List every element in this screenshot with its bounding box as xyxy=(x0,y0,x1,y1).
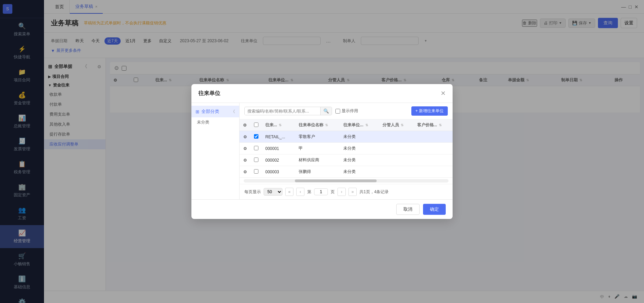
row-checkbox[interactable] xyxy=(254,158,258,162)
per-page-label: 每页显示 xyxy=(244,189,261,195)
row-name: 零散客户 xyxy=(295,131,340,143)
row-category: 未分类 xyxy=(340,166,379,178)
modal-close-btn[interactable]: ✕ xyxy=(441,90,446,97)
modal-pagination: 每页显示 50 100 200 « ‹ 第 页 › » 共1页，4条记录 xyxy=(240,184,453,199)
row-price-level xyxy=(414,166,453,178)
row-code: 000001 xyxy=(262,143,295,154)
page-first-btn[interactable]: « xyxy=(285,188,293,196)
modal-table: ⚙ 往来... ⇅ 往来单位名称 ⇅ 往来单位... ⇅ 分管人员 ⇅ 客户价格… xyxy=(240,119,453,178)
modal-title: 往来单位 xyxy=(198,90,220,97)
modal-table-row[interactable]: ⚙ 000003 张鹏得 未分类 xyxy=(240,166,453,178)
modal-main: 🔍 显示停用 + 新增往来单位 ⚙ xyxy=(240,103,453,199)
modal-search-box: 🔍 xyxy=(244,107,332,115)
modal-table-row[interactable]: ⚙ 000001 甲 未分类 xyxy=(240,143,453,154)
modal-th-code: 往来... ⇅ xyxy=(262,119,295,131)
modal-sort-5: ⇅ xyxy=(439,123,442,127)
modal-search-icon[interactable]: 🔍 xyxy=(320,107,332,115)
row-check[interactable] xyxy=(251,154,262,166)
modal-toolbar: 🔍 显示停用 + 新增往来单位 xyxy=(240,103,453,119)
row-code: 000002 xyxy=(262,154,295,166)
modal-scrollbar[interactable] xyxy=(244,179,448,183)
row-price-level xyxy=(414,131,453,143)
cancel-button[interactable]: 取消 xyxy=(396,204,420,215)
page-next-btn[interactable]: › xyxy=(337,188,346,196)
row-name: 材料供应商 xyxy=(295,154,340,166)
total-info: 共1页，4条记录 xyxy=(359,189,389,195)
row-check[interactable] xyxy=(251,131,262,143)
modal-sidebar-all[interactable]: ⊞ 全部分类 《 xyxy=(191,106,239,117)
page-number-input[interactable] xyxy=(314,188,328,195)
show-disabled-label[interactable]: 显示停用 xyxy=(335,108,358,114)
modal-sidebar-grid-icon: ⊞ xyxy=(196,109,199,114)
modal-sort-1: ⇅ xyxy=(279,123,281,127)
modal-sidebar: ⊞ 全部分类 《 未分类 xyxy=(191,103,240,199)
modal-th-settings: ⚙ xyxy=(240,119,251,131)
modal-header: 往来单位 ✕ xyxy=(191,84,453,103)
modal-scrollbar-thumb xyxy=(295,179,377,182)
row-name: 张鹏得 xyxy=(295,166,340,178)
row-manager xyxy=(379,154,414,166)
row-check[interactable] xyxy=(251,166,262,178)
row-gear[interactable]: ⚙ xyxy=(240,154,251,166)
row-gear[interactable]: ⚙ xyxy=(240,131,251,143)
add-partner-button[interactable]: + 新增往来单位 xyxy=(411,106,448,116)
row-manager xyxy=(379,166,414,178)
row-check[interactable] xyxy=(251,143,262,154)
page-suffix: 页 xyxy=(331,189,335,195)
row-manager xyxy=(379,143,414,154)
row-checkbox[interactable] xyxy=(254,146,258,150)
modal-sidebar-collapse-icon[interactable]: 《 xyxy=(231,109,235,115)
row-price-level xyxy=(414,143,453,154)
modal-table-row[interactable]: ⚙ RETAIL_... 零散客户 未分类 xyxy=(240,131,453,143)
row-manager xyxy=(379,131,414,143)
partner-modal: 往来单位 ✕ ⊞ 全部分类 《 未分类 🔍 xyxy=(191,84,453,219)
show-disabled-checkbox[interactable] xyxy=(335,109,340,114)
row-name: 甲 xyxy=(295,143,340,154)
modal-th-check xyxy=(251,119,262,131)
modal-th-name: 往来单位名称 ⇅ xyxy=(295,119,340,131)
modal-search-input[interactable] xyxy=(245,107,320,115)
row-category: 未分类 xyxy=(340,154,379,166)
row-checkbox[interactable] xyxy=(254,169,258,174)
confirm-button[interactable]: 确定 xyxy=(423,204,446,215)
modal-th-price: 客户价格... ⇅ xyxy=(414,119,453,131)
row-code: 000003 xyxy=(262,166,295,178)
page-prev-btn[interactable]: ‹ xyxy=(296,188,304,196)
modal-footer: 取消 确定 xyxy=(191,199,453,219)
row-gear[interactable]: ⚙ xyxy=(240,143,251,154)
page-label: 第 xyxy=(307,189,311,195)
modal-th-cat: 往来单位... ⇅ xyxy=(340,119,379,131)
row-category: 未分类 xyxy=(340,131,379,143)
modal-sidebar-unclassified[interactable]: 未分类 xyxy=(191,117,239,127)
per-page-select[interactable]: 50 100 200 xyxy=(264,188,282,196)
row-code: RETAIL_... xyxy=(262,131,295,143)
modal-sort-4: ⇅ xyxy=(401,123,403,127)
modal-table-row[interactable]: ⚙ 000002 材料供应商 未分类 xyxy=(240,154,453,166)
modal-th-manager: 分管人员 ⇅ xyxy=(379,119,414,131)
modal-sort-2: ⇅ xyxy=(325,123,328,127)
row-price-level xyxy=(414,154,453,166)
page-last-btn[interactable]: » xyxy=(348,188,357,196)
row-checkbox[interactable] xyxy=(254,134,258,139)
modal-overlay: 往来单位 ✕ ⊞ 全部分类 《 未分类 🔍 xyxy=(0,0,644,303)
modal-body: ⊞ 全部分类 《 未分类 🔍 显示停用 xyxy=(191,103,453,199)
row-gear[interactable]: ⚙ xyxy=(240,166,251,178)
row-category: 未分类 xyxy=(340,143,379,154)
modal-sort-3: ⇅ xyxy=(365,123,368,127)
modal-table-wrap: ⚙ 往来... ⇅ 往来单位名称 ⇅ 往来单位... ⇅ 分管人员 ⇅ 客户价格… xyxy=(240,119,453,178)
modal-th-checkbox[interactable] xyxy=(254,123,258,127)
